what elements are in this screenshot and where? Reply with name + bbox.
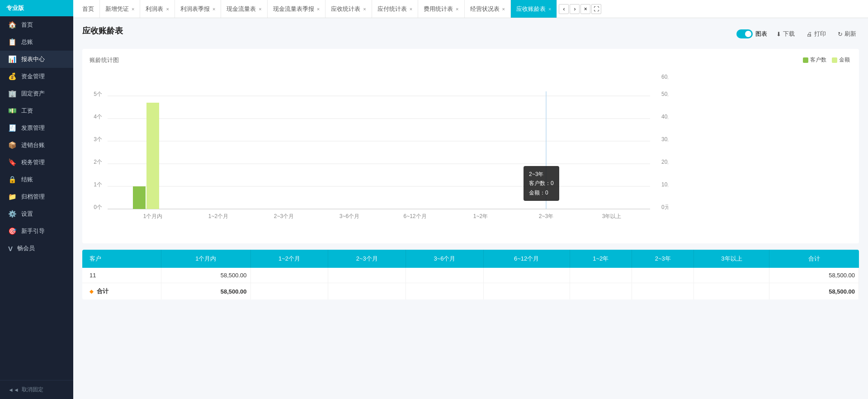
cell-m6-12 bbox=[483, 268, 570, 283]
svg-text:3~6个月: 3~6个月 bbox=[340, 213, 359, 219]
bar-green-0[interactable] bbox=[133, 186, 146, 209]
svg-text:20,000.00元: 20,000.00元 bbox=[661, 159, 668, 165]
tab-close-icon[interactable]: × bbox=[259, 6, 261, 12]
sidebar-item-settings[interactable]: ⚙️ 设置 bbox=[0, 205, 73, 223]
svg-text:3个: 3个 bbox=[94, 136, 102, 142]
cell-total-y2-3 bbox=[632, 283, 694, 300]
tab-prev-button[interactable]: ‹ bbox=[559, 4, 569, 14]
chart-toggle[interactable] bbox=[736, 29, 753, 38]
sidebar-item-asset[interactable]: 🏢 固定资产 bbox=[0, 85, 73, 102]
svg-text:2~3年: 2~3年 bbox=[539, 213, 553, 219]
page-title: 应收账龄表 bbox=[82, 25, 123, 36]
svg-text:50,000.00元: 50,000.00元 bbox=[661, 91, 668, 97]
tab-close-icon[interactable]: × bbox=[317, 6, 320, 12]
tab-bar: 首页 新增凭证 × 利润表 × 利润表季报 × 现金流量表 × 现金流量表季报 … bbox=[73, 0, 868, 18]
chart-svg[interactable]: 0个 1个 2个 3个 4个 5个 0元 10,000.00元 20,000.0… bbox=[90, 69, 668, 236]
svg-text:6~12个月: 6~12个月 bbox=[403, 213, 426, 219]
sidebar-item-tax[interactable]: 🔖 税务管理 bbox=[0, 154, 73, 171]
sidebar-item-guide[interactable]: 🎯 新手引导 bbox=[0, 223, 73, 240]
tab-receivable-aging[interactable]: 应收账龄表 × bbox=[511, 0, 557, 18]
tab-close-icon[interactable]: × bbox=[548, 6, 551, 12]
ledger-icon: 📋 bbox=[8, 38, 17, 46]
svg-text:40,000.00元: 40,000.00元 bbox=[661, 114, 668, 120]
download-icon: ⬇ bbox=[776, 31, 781, 38]
tab-close-icon[interactable]: × bbox=[132, 6, 134, 12]
refresh-button[interactable]: ↻ 刷新 bbox=[835, 28, 859, 40]
cell-y3p bbox=[694, 268, 769, 283]
bar-lightgreen-0[interactable] bbox=[146, 103, 159, 209]
col-m6-12: 6~12个月 bbox=[483, 250, 570, 268]
download-button[interactable]: ⬇ 下载 bbox=[774, 28, 797, 40]
sidebar-item-salary[interactable]: 💵 工资 bbox=[0, 102, 73, 119]
tab-close-icon[interactable]: × bbox=[502, 6, 505, 12]
sidebar-item-vip[interactable]: V 畅会员 bbox=[0, 240, 73, 257]
col-y1-2: 1~2年 bbox=[570, 250, 632, 268]
tab-cashflow[interactable]: 现金流量表 × bbox=[221, 0, 267, 18]
sidebar-item-home[interactable]: 🏠 首页 bbox=[0, 16, 73, 33]
sidebar-item-fund[interactable]: 💰 资金管理 bbox=[0, 68, 73, 85]
sidebar-item-invoice[interactable]: 🧾 发票管理 bbox=[0, 119, 73, 137]
tab-profit[interactable]: 利润表 × bbox=[140, 0, 175, 18]
svg-text:2~3个月: 2~3个月 bbox=[274, 213, 294, 219]
cell-total-m1: 58,500.00 bbox=[161, 283, 251, 300]
vip-icon: V bbox=[8, 245, 13, 252]
svg-text:1个: 1个 bbox=[94, 181, 102, 188]
invoice-icon: 🧾 bbox=[8, 124, 17, 132]
cell-m1-2 bbox=[250, 268, 328, 283]
legend-amount: 金额 bbox=[832, 56, 850, 64]
tab-profit-quarter[interactable]: 利润表季报 × bbox=[175, 0, 221, 18]
svg-text:0个: 0个 bbox=[94, 204, 102, 210]
svg-text:0元: 0元 bbox=[661, 204, 668, 210]
sidebar-item-purchase[interactable]: 📦 进销台账 bbox=[0, 137, 73, 154]
cell-m1: 58,500.00 bbox=[161, 268, 251, 283]
tab-management-status[interactable]: 经营状况表 × bbox=[465, 0, 511, 18]
col-customer: 客户 bbox=[82, 250, 161, 268]
sidebar-item-label: 税务管理 bbox=[21, 158, 45, 166]
main-area: 首页 新增凭证 × 利润表 × 利润表季报 × 现金流量表 × 现金流量表季报 … bbox=[73, 0, 868, 399]
sidebar-item-close[interactable]: 🔒 结账 bbox=[0, 171, 73, 188]
legend-customers-dot bbox=[803, 57, 808, 63]
col-m1-2: 1~2个月 bbox=[250, 250, 328, 268]
legend-customers-label: 客户数 bbox=[810, 56, 826, 64]
tab-close-icon[interactable]: × bbox=[410, 6, 412, 12]
cell-m2-3 bbox=[328, 268, 406, 283]
tab-close-icon[interactable]: × bbox=[212, 6, 215, 12]
fund-icon: 💰 bbox=[8, 72, 17, 81]
tab-close-icon[interactable]: × bbox=[456, 6, 458, 12]
tab-close-icon[interactable]: × bbox=[166, 6, 169, 12]
aging-table: 客户 1个月内 1~2个月 2~3个月 3~6个月 6~12个月 1~2年 2~… bbox=[82, 250, 859, 299]
tab-new-voucher[interactable]: 新增凭证 × bbox=[100, 0, 140, 18]
tab-cashflow-quarter[interactable]: 现金流量表季报 × bbox=[268, 0, 326, 18]
tab-receivable-stats[interactable]: 应收统计表 × bbox=[326, 0, 372, 18]
sidebar-footer[interactable]: ◄◄ 取消固定 bbox=[0, 380, 73, 399]
tab-home[interactable]: 首页 bbox=[77, 0, 100, 18]
tab-fullscreen-button[interactable]: ⛶ bbox=[591, 4, 601, 14]
tab-next-button[interactable]: › bbox=[570, 4, 580, 14]
sidebar-item-archive[interactable]: 📁 归档管理 bbox=[0, 188, 73, 205]
cell-total-y1-2 bbox=[570, 283, 632, 300]
tab-label: 应收账龄表 bbox=[516, 5, 546, 13]
svg-text:1~2年: 1~2年 bbox=[473, 213, 488, 219]
tab-close-icon[interactable]: × bbox=[363, 6, 366, 12]
cell-y1-2 bbox=[570, 268, 632, 283]
purchase-icon: 📦 bbox=[8, 141, 17, 149]
tax-icon: 🔖 bbox=[8, 158, 17, 166]
svg-text:4个: 4个 bbox=[94, 114, 102, 120]
report-icon: 📊 bbox=[8, 55, 17, 63]
tab-label: 现金流量表季报 bbox=[273, 5, 314, 13]
tab-home-label: 首页 bbox=[82, 5, 94, 13]
tab-label: 应收统计表 bbox=[331, 5, 360, 13]
tab-label: 经营状况表 bbox=[470, 5, 500, 13]
tab-expense-stats[interactable]: 费用统计表 × bbox=[418, 0, 464, 18]
print-button[interactable]: 🖨 打印 bbox=[804, 28, 829, 40]
col-m1: 1个月内 bbox=[161, 250, 251, 268]
chart-legend: 客户数 金额 bbox=[803, 56, 850, 64]
sidebar-item-report[interactable]: 📊 报表中心 bbox=[0, 51, 73, 68]
top-bar-right: 图表 ⬇ 下载 🖨 打印 ↻ 刷新 bbox=[736, 28, 859, 40]
tab-payable-stats[interactable]: 应付统计表 × bbox=[372, 0, 418, 18]
home-icon: 🏠 bbox=[8, 21, 17, 29]
sidebar-item-ledger[interactable]: 📋 总账 bbox=[0, 33, 73, 51]
svg-text:30,000.00元: 30,000.00元 bbox=[661, 136, 668, 142]
legend-amount-label: 金额 bbox=[839, 56, 850, 64]
tab-close-all-button[interactable]: × bbox=[580, 4, 590, 14]
